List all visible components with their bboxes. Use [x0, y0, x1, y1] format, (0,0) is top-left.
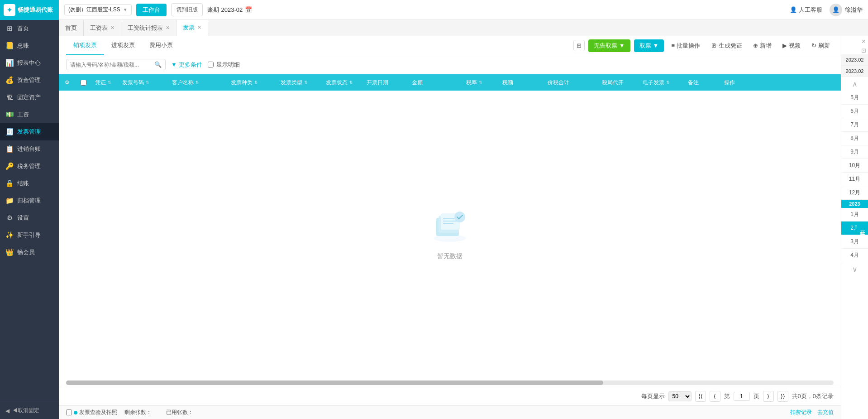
sidebar-item-label: 设置 — [17, 214, 29, 222]
tab-payroll-stats[interactable]: 工资统计报表 ✕ — [121, 20, 176, 36]
cal-month-2022-12[interactable]: 12月 — [841, 186, 868, 200]
no-ticket-btn[interactable]: 无告取票 ▼ — [588, 39, 630, 52]
tab-home[interactable]: 首页 — [59, 20, 84, 36]
show-detail-checkbox[interactable]: 显示明细 — [208, 61, 240, 69]
last-page-btn[interactable]: ⟩⟩ — [777, 391, 788, 402]
tab-payroll-table[interactable]: 工资表 ✕ — [84, 20, 121, 36]
video-btn[interactable]: ▶ 视频 — [779, 39, 804, 52]
period-row1[interactable]: 2023.02 — [841, 54, 868, 66]
search-icon[interactable]: 🔍 — [154, 61, 162, 68]
sidebar-item-reports[interactable]: 📊 报表中心 — [0, 54, 59, 72]
company-selector[interactable]: (勿删）江西股宝-LSS ▼ — [64, 4, 132, 15]
prev-page-btn[interactable]: ⟨ — [710, 391, 720, 402]
year-label: 2023 — [849, 201, 860, 207]
cal-month-2022-09[interactable]: 9月 — [841, 145, 868, 159]
cal-month-2022-07[interactable]: 7月 — [841, 118, 868, 132]
sidebar-item-home[interactable]: ⊞ 首页 — [0, 20, 59, 37]
collapse-label: ◀取消固定 — [12, 407, 39, 414]
gen-cert-btn[interactable]: 🖹 生成凭证 — [707, 39, 746, 52]
tab-invoices[interactable]: 发票 ✕ — [176, 20, 208, 36]
sidebar-item-assets[interactable]: 🏗 固定资产 — [0, 89, 59, 106]
date-label: 开票日期 — [367, 79, 388, 87]
ticket-btn[interactable]: 取票 ▼ — [634, 39, 664, 52]
new-btn[interactable]: ⊕ 新增 — [749, 39, 775, 52]
deduction-record-link[interactable]: 扣费记录 — [790, 409, 812, 416]
sidebar-item-archive[interactable]: 📁 归档管理 — [0, 192, 59, 209]
select-all-checkbox[interactable] — [81, 80, 86, 86]
more-conditions-btn[interactable]: ▼ 更多条件 — [171, 61, 202, 69]
cal-month-2022-08[interactable]: 8月 — [841, 132, 868, 145]
calendar-maximize-btn[interactable]: ⊡ — [861, 47, 866, 54]
customer-service-btn[interactable]: 👤 人工客服 — [790, 6, 822, 14]
sidebar-item-payroll[interactable]: 💵 工资 — [0, 106, 59, 123]
close-icon[interactable]: ✕ — [197, 24, 201, 30]
show-detail-input[interactable] — [208, 62, 214, 67]
close-icon[interactable]: ✕ — [110, 25, 114, 31]
period-display: 账期 2023-02 📅 — [207, 6, 253, 14]
sidebar-item-tax[interactable]: 🔑 税务管理 — [0, 158, 59, 175]
recharge-link[interactable]: 去充值 — [817, 409, 834, 416]
first-page-btn[interactable]: ⟨⟨ — [695, 391, 706, 402]
sidebar-item-label: 报表中心 — [17, 59, 41, 67]
next-page-btn[interactable]: ⟩ — [763, 391, 774, 402]
amount-label: 金额 — [412, 79, 423, 87]
cal-month-2022-06[interactable]: 6月 — [841, 105, 868, 118]
total-info: 共0页，0条记录 — [792, 392, 834, 400]
period-row2[interactable]: 2023.02 — [841, 66, 868, 77]
cal-month-2022-11[interactable]: 11月 — [841, 173, 868, 186]
page-number-input[interactable] — [734, 392, 750, 401]
cal-month-2023-01[interactable]: 1月 — [841, 208, 868, 222]
workspace-button[interactable]: 工作台 — [136, 4, 167, 16]
company-name: (勿删）江西股宝-LSS — [68, 6, 120, 14]
status-label: 发票状态 — [326, 79, 348, 87]
video-label: 视频 — [789, 42, 801, 50]
cal-month-label: 8月 — [850, 135, 859, 141]
cal-month-2023-03[interactable]: 3月 — [841, 235, 868, 249]
calendar-close-btn[interactable]: ✕ — [861, 38, 866, 45]
table-header: ⚙ 凭证 ⇅ 发票号码 ⇅ 客户名称 ⇅ 发票种类 — [59, 74, 841, 91]
horizontal-scrollbar[interactable] — [66, 380, 834, 385]
sort-icon: ⇅ — [146, 80, 149, 85]
new-label: 新增 — [760, 42, 772, 50]
old-version-button[interactable]: 切到旧版 — [171, 3, 203, 16]
user-menu[interactable]: 👤 徐溢华 — [830, 4, 863, 16]
sub-tab-purchase[interactable]: 进项发票 — [104, 36, 142, 55]
calendar-down-btn[interactable]: ∨ — [841, 262, 868, 276]
cal-month-2022-05[interactable]: 5月 — [841, 91, 868, 105]
remark-label: 备注 — [688, 79, 699, 87]
sidebar-item-sales[interactable]: 📋 进销台账 — [0, 140, 59, 158]
check-label: 发票查验及拍照 — [79, 409, 117, 416]
new-icon: ⊕ — [753, 42, 758, 49]
cal-month-2023-04[interactable]: 4月 — [841, 249, 868, 262]
chevron-down-icon: ▼ — [123, 7, 128, 12]
avatar-icon: 👤 — [832, 6, 839, 13]
th-date: 开票日期 — [363, 79, 408, 87]
calendar-up-btn[interactable]: ∧ — [841, 77, 868, 91]
refresh-btn[interactable]: ↻ 刷新 — [808, 39, 834, 52]
sidebar-item-member[interactable]: 👑 畅会员 — [0, 244, 59, 261]
page-size-select[interactable]: 20 50 100 — [668, 391, 692, 401]
search-input[interactable] — [70, 62, 152, 68]
sidebar-item-settings[interactable]: ⚙ 设置 — [0, 209, 59, 226]
sub-tab-expense[interactable]: 费用小票 — [142, 36, 180, 55]
batch-ops-btn[interactable]: ≡ 批量操作 — [668, 39, 704, 52]
cal-month-2022-10[interactable]: 10月 — [841, 159, 868, 173]
cal-month-label: 6月 — [850, 108, 859, 114]
sidebar-item-funds[interactable]: 💰 资金管理 — [0, 72, 59, 89]
sidebar-item-invoices[interactable]: 🧾 发票管理 — [0, 123, 59, 140]
sidebar-item-guide[interactable]: ✨ 新手引导 — [0, 226, 59, 244]
invoice-check-checkbox[interactable] — [66, 409, 72, 415]
logo-icon: ✦ — [4, 4, 15, 16]
close-icon[interactable]: ✕ — [166, 25, 170, 31]
grid-settings-button[interactable]: ⊞ — [573, 40, 585, 51]
action-label: 操作 — [724, 79, 735, 87]
sidebar-item-ledger[interactable]: 📒 总账 — [0, 37, 59, 54]
scrollbar-thumb[interactable] — [66, 380, 603, 385]
batch-icon: ≡ — [671, 42, 675, 49]
sidebar-item-close[interactable]: 🔒 结账 — [0, 175, 59, 192]
bottom-bar: 发票查验及拍照 剩余张数： 已用张数： 扣费记录 去充值 — [59, 405, 841, 419]
sidebar-collapse-btn[interactable]: ◀ ◀取消固定 — [0, 402, 59, 419]
cal-year-2023: 2023 — [841, 200, 868, 208]
open-period-side-btn[interactable]: 开账日期 — [857, 222, 868, 233]
sub-tab-sales[interactable]: 销项发票 — [66, 36, 104, 55]
